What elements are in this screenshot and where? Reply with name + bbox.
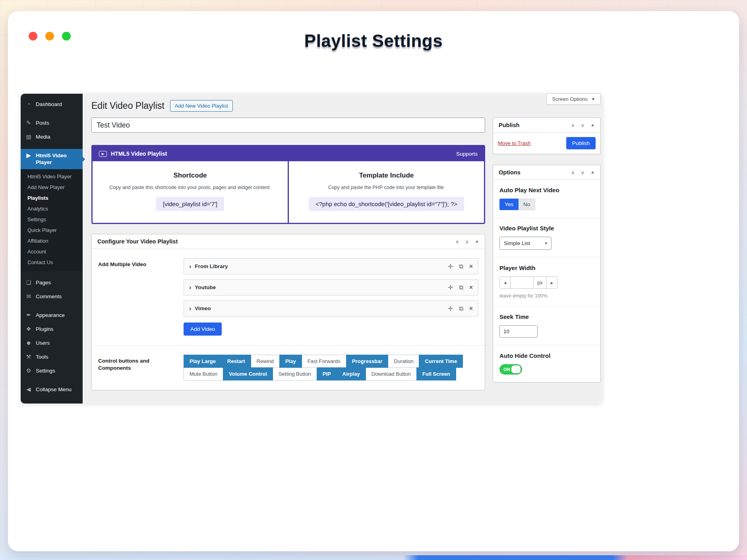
move-down-icon[interactable]: ∨	[465, 239, 469, 245]
toggle-full-screen-button[interactable]: Full Screen	[416, 367, 456, 380]
seek-time-input[interactable]	[499, 325, 538, 338]
sidebar-item-plugins[interactable]: ❖ Plugins	[21, 322, 83, 336]
publish-box-header[interactable]: Publish ∧ ∨ ▲	[493, 118, 600, 133]
move-up-icon[interactable]: ∧	[571, 122, 575, 128]
sidebar-item-tools[interactable]: ⚒ Tools	[21, 350, 83, 364]
side-column: Publish ∧ ∨ ▲ Move to Trash Publish	[493, 118, 601, 382]
shortcode-section: Shortcode Copy and paste this shortcode …	[93, 161, 288, 223]
toggle-duration-button[interactable]: Duration	[388, 355, 419, 368]
plugin-panel-header: ▶ HTML5 Video Playlist Supports	[93, 146, 484, 161]
move-down-icon[interactable]: ∨	[581, 122, 585, 128]
toggle-pip-button[interactable]: PIP	[317, 367, 337, 380]
publish-button[interactable]: Publish	[566, 137, 596, 149]
playlist-title-input[interactable]	[91, 118, 485, 133]
publish-actions: Move to Trash Publish	[493, 133, 600, 154]
sidebar-item-comments[interactable]: ✉ Comments	[21, 290, 83, 304]
toggle-play-large-button[interactable]: Play Large	[184, 355, 222, 368]
increment-width-button[interactable]: ▸	[546, 277, 557, 288]
chevron-right-icon: ›	[189, 263, 191, 270]
submenu-item-affiliation[interactable]: Affiliation	[21, 236, 83, 246]
supports-link[interactable]: Supports	[456, 151, 478, 157]
sidebar-item-appearance[interactable]: ✒ Appearance	[21, 309, 83, 322]
remove-icon[interactable]: ×	[469, 305, 473, 312]
toggle-setting-button[interactable]: Setting Button	[273, 367, 317, 380]
collapse-box-icon[interactable]: ▲	[475, 239, 479, 245]
app-window: Playlist Settings ◔ Dashboard ✎ Posts ▤ …	[8, 11, 739, 551]
sidebar-item-settings[interactable]: ⚙ Settings	[21, 364, 83, 378]
sidebar-item-dashboard[interactable]: ◔ Dashboard	[21, 98, 83, 112]
player-width-hint: leave empty for 100%	[499, 293, 594, 299]
toggle-airplay-button[interactable]: Airplay	[337, 367, 366, 380]
auto-hide-toggle[interactable]: ON	[499, 364, 522, 375]
move-up-icon[interactable]: ∧	[571, 170, 575, 176]
auto-hide-section: Auto Hide Control ON	[493, 346, 600, 382]
drag-move-icon[interactable]: ✛	[448, 284, 453, 291]
options-box-header[interactable]: Options ∧ ∨ ▲	[493, 165, 600, 180]
video-playlist-icon: ▶	[99, 151, 107, 157]
video-row-actions: ✛ ⧉ ×	[448, 263, 473, 270]
collapse-menu-icon: ◀	[25, 386, 32, 393]
submenu-item-contact-us[interactable]: Contact Us	[21, 257, 83, 268]
add-new-video-playlist-button[interactable]: Add New Video Playlist	[170, 100, 233, 112]
add-multiple-video-label: Add Multiple Video	[98, 258, 184, 336]
shortcode-snippet[interactable]: [video_playlist id='7']	[156, 197, 224, 211]
submenu-item-quick-player[interactable]: Quick Player	[21, 225, 83, 236]
collapse-box-icon[interactable]: ▲	[590, 170, 595, 176]
remove-icon[interactable]: ×	[469, 263, 473, 270]
move-up-icon[interactable]: ∧	[455, 239, 459, 245]
submenu-item-settings[interactable]: Settings	[21, 214, 83, 225]
toggle-play-button[interactable]: Play	[279, 355, 302, 368]
plugin-panel-title: HTML5 Video Playlist	[111, 151, 167, 157]
admin-content: Screen Options ▼ Edit Video Playlist Add…	[83, 94, 602, 404]
sidebar-item-collapse-menu[interactable]: ◀ Collapse Menu	[21, 383, 83, 397]
template-include-snippet[interactable]: <?php echo do_shortcode('[video_playlist…	[309, 197, 464, 211]
move-down-icon[interactable]: ∨	[581, 170, 585, 176]
video-row-label: From Library	[195, 263, 228, 269]
toggle-mute-button[interactable]: Mute Button	[184, 367, 223, 380]
plugins-icon: ❖	[25, 326, 32, 333]
submenu-item-playlists[interactable]: Playlists	[21, 193, 83, 203]
submenu-item-account[interactable]: Account	[21, 246, 83, 257]
collapse-box-icon[interactable]: ▲	[590, 122, 595, 128]
video-row-youtube[interactable]: › Youtube ✛ ⧉ ×	[184, 279, 478, 295]
html5-video-playlist-panel: ▶ HTML5 Video Playlist Supports Shortcod…	[91, 145, 485, 224]
submenu-item-add-new-player[interactable]: Add New Player	[21, 182, 83, 193]
options-box-title: Options	[499, 169, 521, 176]
submenu-item-html5-video-player[interactable]: Html5 Video Player	[21, 171, 83, 182]
configure-box-header[interactable]: Configure Your Video Playlist ∧ ∨ ▲	[92, 234, 485, 249]
sidebar-item-posts[interactable]: ✎ Posts	[21, 116, 83, 130]
duplicate-icon[interactable]: ⧉	[459, 305, 463, 312]
video-row-vimeo[interactable]: › Vimeo ✛ ⧉ ×	[184, 300, 478, 317]
video-row-from-library[interactable]: › From Library ✛ ⧉ ×	[184, 258, 478, 274]
toggle-download-button[interactable]: Download Button	[366, 367, 417, 380]
video-row-actions: ✛ ⧉ ×	[448, 284, 473, 291]
remove-icon[interactable]: ×	[469, 284, 473, 291]
toggle-progressbar-button[interactable]: Progressbar	[346, 355, 389, 368]
sidebar-item-users[interactable]: ☻ Users	[21, 336, 83, 350]
auto-play-no-button[interactable]: No	[519, 199, 535, 210]
player-width-input[interactable]	[511, 277, 533, 288]
playlist-style-value: Simple List	[504, 240, 530, 246]
duplicate-icon[interactable]: ⧉	[459, 284, 463, 291]
sidebar-item-label: Pages	[36, 280, 51, 286]
sidebar-item-html5-video-player[interactable]: ▶ Html5 Video Player	[21, 149, 83, 170]
video-row-actions: ✛ ⧉ ×	[448, 305, 473, 312]
sidebar-item-media[interactable]: ▤ Media	[21, 130, 83, 144]
toggle-current-time-button[interactable]: Current Time	[419, 355, 463, 368]
submenu-item-analytics[interactable]: Analytics	[21, 203, 83, 214]
decrement-width-button[interactable]: ◂	[500, 277, 511, 288]
auto-play-yes-button[interactable]: Yes	[499, 199, 519, 210]
add-video-button[interactable]: Add Video	[184, 322, 222, 336]
toggle-restart-button[interactable]: Restart	[221, 355, 251, 368]
screen-options-button[interactable]: Screen Options ▼	[546, 93, 601, 105]
move-to-trash-link[interactable]: Move to Trash	[498, 140, 530, 146]
toggle-rewind-button[interactable]: Rewind	[251, 355, 280, 368]
toggle-volume-control-button[interactable]: Volume Control	[223, 367, 273, 380]
sidebar-item-pages[interactable]: ❏ Pages	[21, 276, 83, 290]
drag-move-icon[interactable]: ✛	[448, 305, 453, 312]
duplicate-icon[interactable]: ⧉	[459, 263, 463, 270]
sidebar-item-label: Tools	[36, 354, 48, 361]
toggle-fast-forwards-button[interactable]: Fast Forwards	[302, 355, 346, 368]
drag-move-icon[interactable]: ✛	[448, 263, 453, 270]
playlist-style-select[interactable]: Simple List ▾	[499, 237, 552, 250]
